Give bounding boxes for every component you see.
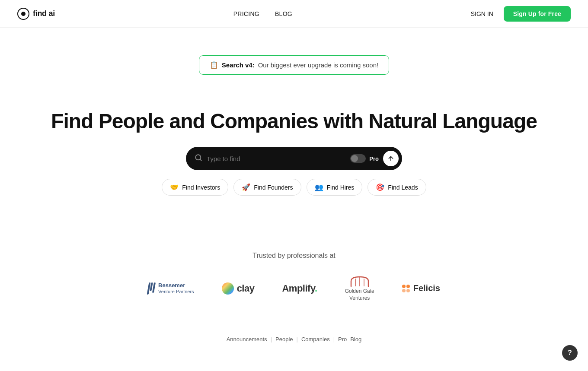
leads-label: Find Leads [388, 184, 418, 191]
clay-icon [222, 282, 234, 295]
brand-name: find ai [33, 9, 55, 18]
footer: Announcements | People | Companies | Pro… [0, 327, 588, 351]
pro-label: Pro [369, 155, 379, 162]
bessemer-stripes-icon [148, 282, 155, 295]
founders-label: Find Founders [254, 184, 293, 191]
sign-in-link[interactable]: SIGN IN [471, 10, 493, 17]
footer-companies[interactable]: Companies [301, 336, 330, 342]
filter-hires[interactable]: 👥 Find Hires [307, 179, 363, 196]
investors-icon: 🤝 [170, 183, 179, 191]
banner-icon: 📋 [210, 61, 218, 69]
bessemer-sub: Venture Partners [158, 289, 194, 295]
hires-label: Find Hires [327, 184, 355, 191]
nav-pricing[interactable]: PRICING [233, 10, 259, 17]
trusted-label: Trusted by professionals at [252, 252, 336, 260]
nav-links: PRICING BLOG [233, 10, 292, 17]
footer-pro[interactable]: Pro [338, 336, 347, 342]
logo-clay: clay [222, 282, 255, 295]
clay-name: clay [237, 283, 255, 294]
felicis-name: Felicis [413, 283, 440, 293]
bessemer-name: Bessemer [158, 282, 194, 289]
footer-people[interactable]: People [275, 336, 293, 342]
banner-label: Search v4: [222, 61, 255, 69]
leads-icon: 🎯 [376, 183, 384, 191]
search-bar: Pro [186, 147, 402, 170]
hero-title: Find People and Companies with Natural L… [51, 109, 537, 133]
help-button[interactable]: ? [562, 345, 578, 361]
search-input[interactable] [207, 155, 346, 162]
amplify-name: Amplify. [282, 283, 317, 294]
pro-toggle[interactable] [350, 154, 366, 163]
logo-bessemer: Bessemer Venture Partners [148, 282, 194, 295]
filter-investors[interactable]: 🤝 Find Investors [162, 179, 228, 196]
search-submit-button[interactable] [383, 151, 399, 166]
pro-toggle-area: Pro [350, 154, 379, 163]
footer-blog[interactable]: Blog [350, 336, 361, 342]
investors-label: Find Investors [182, 184, 220, 191]
trusted-section: Trusted by professionals at Bessemer Ven… [0, 252, 588, 301]
logo-link[interactable]: find ai [17, 8, 55, 20]
hero-section: Find People and Companies with Natural L… [0, 75, 588, 196]
logo-felicis: Felicis [402, 283, 440, 293]
search-icon [195, 154, 202, 163]
golden-gate-name: Golden GateVentures [345, 288, 374, 301]
founders-icon: 🚀 [242, 183, 250, 191]
felicis-icon [402, 285, 410, 292]
footer-announcements[interactable]: Announcements [227, 336, 267, 342]
filter-leads[interactable]: 🎯 Find Leads [368, 179, 426, 196]
logos-row: Bessemer Venture Partners clay Amplify. [148, 275, 440, 301]
hires-icon: 👥 [315, 183, 323, 191]
quick-filters: 🤝 Find Investors 🚀 Find Founders 👥 Find … [162, 179, 426, 196]
nav-blog[interactable]: BLOG [275, 10, 292, 17]
navbar: find ai PRICING BLOG SIGN IN Sign Up for… [0, 0, 588, 28]
logo-amplify: Amplify. [282, 283, 317, 294]
svg-line-1 [200, 159, 201, 161]
filter-founders[interactable]: 🚀 Find Founders [233, 179, 301, 196]
announcement-banner: 📋 Search v4: Our biggest ever upgrade is… [199, 55, 389, 75]
logo-icon [17, 8, 29, 20]
nav-right: SIGN IN Sign Up for Free [471, 6, 571, 22]
logo-golden-gate: Golden GateVentures [345, 275, 374, 301]
signup-button[interactable]: Sign Up for Free [504, 6, 571, 22]
golden-gate-icon [349, 275, 371, 287]
banner-message: Our biggest ever upgrade is coming soon! [258, 61, 379, 69]
